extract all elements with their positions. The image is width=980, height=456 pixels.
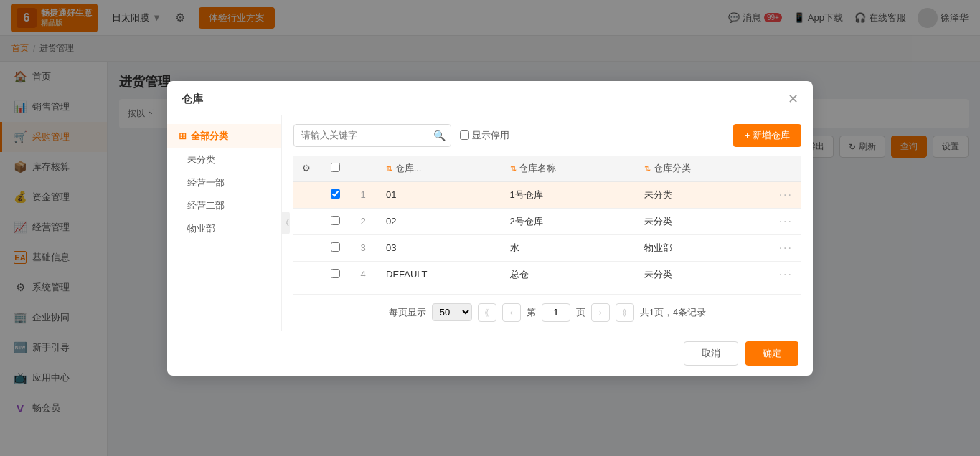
cell-gear <box>293 261 322 288</box>
cell-code: 01 <box>377 181 501 208</box>
cell-num: 3 <box>349 234 377 261</box>
warehouse-table: ⚙ ⇅ 仓库... <box>293 156 801 288</box>
cell-category: 未分类 <box>636 181 771 208</box>
row-checkbox[interactable] <box>331 189 340 199</box>
cell-name: 总仓 <box>501 261 636 288</box>
row-checkbox[interactable] <box>331 269 340 278</box>
cell-code: DEFAULT <box>377 261 501 288</box>
row-more-icon[interactable]: ··· <box>779 268 793 280</box>
pagination: 每页显示 50 10 20 100 ⟪ ‹ 第 页 › ⟫ 共1页，4条记录 <box>293 294 801 331</box>
th-category: ⇅ 仓库分类 <box>636 156 771 182</box>
table-row[interactable]: 4 DEFAULT 总仓 未分类 ··· <box>293 261 801 288</box>
sort-icon-name: ⇅ <box>510 164 517 173</box>
page-suffix: 页 <box>576 306 585 319</box>
table-body: 1 01 1号仓库 未分类 ··· 2 02 2号仓库 未分类 ··· 3 <box>293 181 801 288</box>
th-gear: ⚙ <box>293 156 322 182</box>
category-all[interactable]: ⊞ 全部分类 <box>167 124 281 148</box>
search-input[interactable] <box>293 124 451 147</box>
cell-check <box>322 208 349 234</box>
dialog-header: 仓库 ✕ <box>167 81 813 115</box>
category-all-label: 全部分类 <box>191 130 228 143</box>
cell-name: 2号仓库 <box>501 208 636 234</box>
cell-code: 03 <box>377 234 501 261</box>
cell-check <box>322 261 349 288</box>
cell-gear <box>293 208 322 234</box>
dialog-main-area: 🔍 显示停用 + 新增仓库 ⚙ <box>282 115 813 331</box>
th-code: ⇅ 仓库... <box>377 156 501 182</box>
last-page-btn[interactable]: ⟫ <box>616 303 634 322</box>
table-header: ⚙ ⇅ 仓库... <box>293 156 801 182</box>
cell-gear <box>293 234 322 261</box>
grid-icon: ⊞ <box>179 130 187 141</box>
show-disabled-label[interactable]: 显示停用 <box>460 129 509 142</box>
page-size-label: 每页显示 <box>389 306 426 319</box>
table-row[interactable]: 1 01 1号仓库 未分类 ··· <box>293 181 801 208</box>
cell-gear <box>293 181 322 208</box>
next-page-btn[interactable]: › <box>591 303 610 322</box>
cell-name: 1号仓库 <box>501 181 636 208</box>
cell-dots: ··· <box>771 208 801 234</box>
cell-category: 物业部 <box>636 234 771 261</box>
cancel-button[interactable]: 取消 <box>684 341 738 366</box>
category-dept2[interactable]: 经营二部 <box>167 194 281 217</box>
cell-category: 未分类 <box>636 261 771 288</box>
cell-dots: ··· <box>771 261 801 288</box>
first-page-btn[interactable]: ⟪ <box>478 303 496 322</box>
cell-num: 2 <box>349 208 377 234</box>
cell-name: 水 <box>501 234 636 261</box>
th-name-label: 仓库名称 <box>519 163 556 174</box>
table-header-row: ⚙ ⇅ 仓库... <box>293 156 801 182</box>
dialog-overlay: 仓库 ✕ ⊞ 全部分类 未分类 经营一部 经营二部 物业部 《 <box>0 0 980 456</box>
cell-code: 02 <box>377 208 501 234</box>
confirm-button[interactable]: 确定 <box>745 341 798 366</box>
category-uncat[interactable]: 未分类 <box>167 148 281 171</box>
page-size-select[interactable]: 50 10 20 100 <box>432 303 472 321</box>
row-more-icon[interactable]: ··· <box>779 242 793 254</box>
cell-dots: ··· <box>771 234 801 261</box>
sort-icon-cat: ⇅ <box>644 164 651 173</box>
row-more-icon[interactable]: ··· <box>779 189 793 201</box>
show-disabled-text: 显示停用 <box>472 129 509 142</box>
prev-page-btn[interactable]: ‹ <box>502 303 521 322</box>
select-all-checkbox[interactable] <box>331 163 340 172</box>
dialog-body: ⊞ 全部分类 未分类 经营一部 经营二部 物业部 《 🔍 <box>167 115 813 331</box>
dialog-close-icon[interactable]: ✕ <box>788 92 798 105</box>
th-check <box>322 156 349 182</box>
sort-icon-code: ⇅ <box>386 164 392 173</box>
table-row[interactable]: 3 03 水 物业部 ··· <box>293 234 801 261</box>
table-row[interactable]: 2 02 2号仓库 未分类 ··· <box>293 208 801 234</box>
cell-num: 1 <box>349 181 377 208</box>
th-actions <box>771 156 801 182</box>
th-name: ⇅ 仓库名称 <box>501 156 636 182</box>
search-icon[interactable]: 🔍 <box>433 130 446 141</box>
gear-icon[interactable]: ⚙ <box>302 163 311 174</box>
cell-category: 未分类 <box>636 208 771 234</box>
cell-num: 4 <box>349 261 377 288</box>
th-code-label: 仓库... <box>395 163 422 174</box>
dialog-footer: 取消 确定 <box>167 331 813 376</box>
search-input-wrap: 🔍 <box>293 124 451 147</box>
cell-check <box>322 234 349 261</box>
cell-dots: ··· <box>771 181 801 208</box>
th-num <box>349 156 377 182</box>
warehouse-dialog: 仓库 ✕ ⊞ 全部分类 未分类 经营一部 经营二部 物业部 《 <box>167 81 813 376</box>
th-cat-label: 仓库分类 <box>654 163 691 174</box>
row-checkbox[interactable] <box>331 216 340 225</box>
cell-check <box>322 181 349 208</box>
show-disabled-checkbox[interactable] <box>460 130 469 140</box>
row-more-icon[interactable]: ··· <box>779 215 793 227</box>
dialog-title: 仓库 <box>182 92 203 106</box>
search-bar: 🔍 显示停用 + 新增仓库 <box>293 124 801 147</box>
category-dept1[interactable]: 经营一部 <box>167 171 281 194</box>
collapse-btn[interactable]: 《 <box>281 212 290 234</box>
dialog-sidebar: ⊞ 全部分类 未分类 经营一部 经营二部 物业部 《 <box>167 115 282 331</box>
page-label: 第 <box>527 306 536 319</box>
total-label: 共1页，4条记录 <box>640 306 706 319</box>
add-warehouse-btn[interactable]: + 新增仓库 <box>733 124 801 147</box>
table-container: ⚙ ⇅ 仓库... <box>293 156 801 288</box>
category-prop[interactable]: 物业部 <box>167 217 281 240</box>
row-checkbox[interactable] <box>331 242 340 252</box>
page-input[interactable] <box>542 303 570 322</box>
